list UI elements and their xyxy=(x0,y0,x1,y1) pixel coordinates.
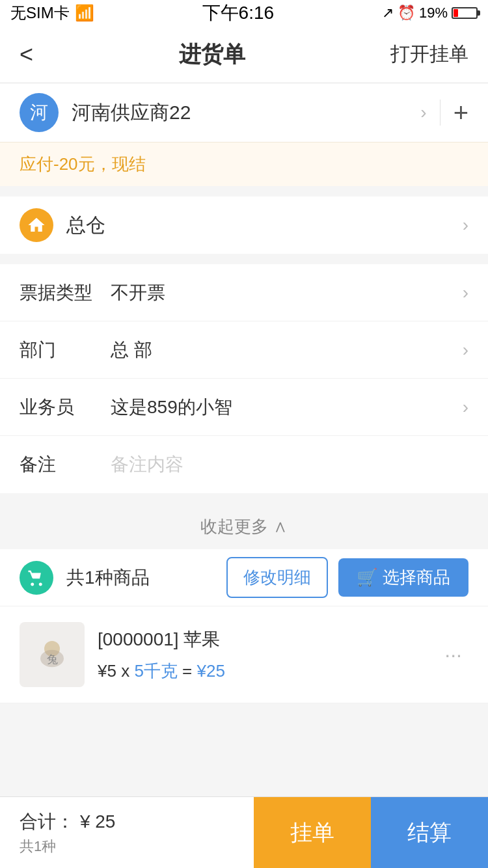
house-icon xyxy=(27,215,46,235)
warehouse-section: 总仓 › xyxy=(0,197,488,254)
select-product-label: 选择商品 xyxy=(383,566,450,589)
products-icon xyxy=(20,561,53,595)
supplier-row[interactable]: 河 河南供应商22 › + xyxy=(0,83,488,142)
avatar-text: 河 xyxy=(30,100,48,125)
divider xyxy=(440,100,441,126)
total-value: ¥ 25 xyxy=(80,811,116,832)
supplier-name: 河南供应商22 xyxy=(72,100,414,126)
department-row[interactable]: 部门 总 部 › xyxy=(0,321,488,379)
carrier-label: 无SIM卡 xyxy=(10,3,70,23)
cart-icon xyxy=(27,568,46,588)
invoice-type-row[interactable]: 票据类型 不开票 › xyxy=(0,264,488,321)
quantity-value: 5千克 xyxy=(134,661,177,681)
notice-bar: 应付-20元，现结 xyxy=(0,142,488,186)
open-hang-button[interactable]: 打开挂单 xyxy=(390,41,468,68)
invoice-type-label: 票据类型 xyxy=(20,280,111,305)
form-section: 票据类型 不开票 › 部门 总 部 › 业务员 这是859的小智 › 备注 备注… xyxy=(0,264,488,493)
time-label: 下午6:16 xyxy=(202,1,275,25)
price-equals: = xyxy=(182,661,197,681)
product-price: ¥5 x 5千克 = ¥25 xyxy=(98,660,438,683)
status-bar: 无SIM卡 📶 下午6:16 ↗ ⏰ 19% xyxy=(0,0,488,26)
price-value: ¥5 xyxy=(98,661,116,681)
select-product-icon: 🛒 xyxy=(357,567,377,588)
price-multiply: x xyxy=(121,661,134,681)
status-right: ↗ ⏰ 19% xyxy=(382,5,478,21)
warehouse-chevron-icon: › xyxy=(463,215,468,236)
department-chevron-icon: › xyxy=(463,340,468,360)
products-header: 共1种商品 修改明细 🛒 选择商品 xyxy=(0,549,488,606)
battery-percent: 19% xyxy=(419,5,448,21)
warehouse-name: 总仓 xyxy=(66,212,456,239)
wifi-icon: 📶 xyxy=(75,4,94,22)
product-item: 兔 [0000001] 苹果 ¥5 x 5千克 = ¥25 ··· xyxy=(0,606,488,703)
product-more-button[interactable]: ··· xyxy=(438,636,468,673)
product-info: [0000001] 苹果 ¥5 x 5千克 = ¥25 xyxy=(98,627,438,683)
product-thumbnail: 兔 xyxy=(20,622,85,687)
battery-fill xyxy=(454,9,458,17)
salesman-chevron-icon: › xyxy=(463,397,468,418)
bottom-bar: 合计： ¥ 25 共1种 挂单 结算 xyxy=(0,796,488,868)
total-section: 合计： ¥ 25 共1种 xyxy=(0,809,254,856)
edit-detail-button[interactable]: 修改明细 xyxy=(226,557,328,598)
product-title: 苹果 xyxy=(183,629,220,649)
warehouse-icon xyxy=(20,208,53,242)
main-content: 河 河南供应商22 › + 应付-20元，现结 总仓 › 票据类型 不开票 › xyxy=(0,83,488,792)
battery-indicator xyxy=(452,7,478,19)
product-code: [0000001] xyxy=(98,629,179,649)
salesman-row[interactable]: 业务员 这是859的小智 › xyxy=(0,379,488,436)
note-input[interactable]: 备注内容 xyxy=(111,452,468,477)
location-icon: ↗ xyxy=(382,5,394,21)
status-left: 无SIM卡 📶 xyxy=(10,3,94,23)
note-label: 备注 xyxy=(20,452,111,477)
department-label: 部门 xyxy=(20,338,111,362)
supplier-chevron-icon: › xyxy=(420,102,426,123)
warehouse-row[interactable]: 总仓 › xyxy=(0,197,488,254)
product-thumb-image: 兔 xyxy=(33,635,72,674)
back-button[interactable]: < xyxy=(20,41,33,68)
supplier-section: 河 河南供应商22 › + 应付-20元，现结 xyxy=(0,83,488,186)
add-supplier-button[interactable]: + xyxy=(454,98,468,128)
department-value: 总 部 xyxy=(111,338,456,362)
checkout-button[interactable]: 结算 xyxy=(371,797,488,869)
collapse-button[interactable]: 收起更多 ∧ xyxy=(0,504,488,549)
nav-bar: < 进货单 打开挂单 xyxy=(0,26,488,83)
total-label: 合计： xyxy=(20,811,74,832)
select-product-button[interactable]: 🛒 选择商品 xyxy=(338,558,468,597)
note-row[interactable]: 备注 备注内容 xyxy=(0,436,488,493)
salesman-label: 业务员 xyxy=(20,395,111,420)
salesman-value: 这是859的小智 xyxy=(111,395,456,420)
products-section: 共1种商品 修改明细 🛒 选择商品 兔 [0000001] 苹果 xyxy=(0,549,488,703)
invoice-type-chevron-icon: › xyxy=(463,282,468,303)
invoice-type-value: 不开票 xyxy=(111,280,456,305)
hang-button[interactable]: 挂单 xyxy=(254,797,371,869)
total-value: ¥25 xyxy=(197,661,225,681)
products-count: 共1种商品 xyxy=(66,565,226,590)
page-title: 进货单 xyxy=(179,40,245,70)
supplier-avatar: 河 xyxy=(20,93,59,132)
total-count: 共1种 xyxy=(20,837,234,856)
product-name: [0000001] 苹果 xyxy=(98,627,438,652)
total-amount: 合计： ¥ 25 xyxy=(20,809,234,834)
svg-text:兔: 兔 xyxy=(47,653,58,666)
alarm-icon: ⏰ xyxy=(398,5,415,21)
